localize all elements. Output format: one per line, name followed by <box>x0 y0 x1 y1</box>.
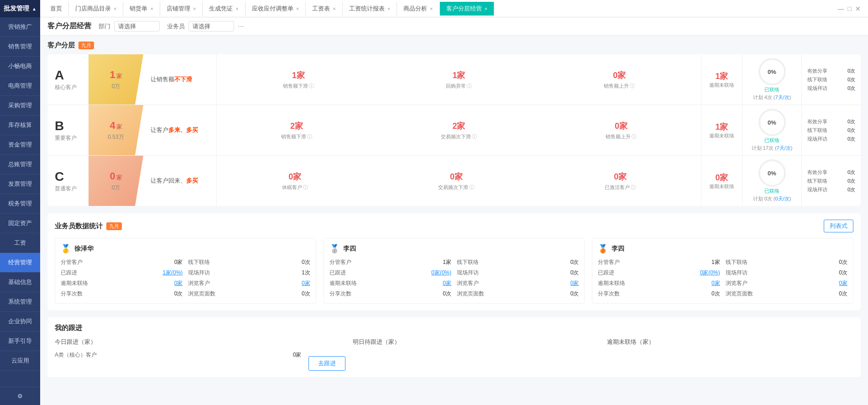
tab-close-voucher[interactable]: × <box>235 6 238 11</box>
tab-salary[interactable]: 工资表× <box>306 2 342 16</box>
tier-label-c: C 普通客户 <box>47 156 89 206</box>
sidebar-item-xinshou[interactable]: 新手引导 <box>0 331 40 351</box>
staff-select[interactable]: 请选择 <box>188 21 234 32</box>
tab-label-salary: 工资表 <box>312 5 330 13</box>
staff-stat-val-0-2[interactable]: 1家(0%) <box>162 269 183 277</box>
sidebar-item-zongzhang[interactable]: 总账管理 <box>0 155 40 174</box>
tier-stat-c-1: 0家 交易频次下滑 ⓘ <box>434 169 478 193</box>
staff-stat-right-0-0: 线下联络 0次 <box>188 258 310 266</box>
tab-home[interactable]: 首页 <box>44 2 69 16</box>
plan-link-a[interactable]: 7天/次 <box>775 95 790 100</box>
info-icon[interactable]: ⓘ <box>632 133 637 140</box>
tab-close-goods[interactable]: × <box>430 6 433 11</box>
staff-stat-val-0-4[interactable]: 0家 <box>174 279 183 287</box>
info-icon[interactable]: ⓘ <box>631 184 636 191</box>
tab-store[interactable]: 店铺管理× <box>160 2 203 16</box>
side-stat-row-c-1: 线下联络 0次 <box>807 178 855 184</box>
tab-sales[interactable]: 销货单× <box>123 2 160 16</box>
sidebar-item-xitong[interactable]: 系统管理 <box>0 292 40 312</box>
tier-count-c: 0 家 0万 <box>89 156 143 206</box>
window-close-icon[interactable]: ✕ <box>855 5 861 12</box>
sidebar-item-shuiwu[interactable]: 税务管理 <box>0 194 40 214</box>
tab-close-salary_report[interactable]: × <box>387 6 390 11</box>
staff-stats-grid-0: 分管客户 0家 线下联络 0次 已跟进 1家(0%) 现场拜访 1次 逾期未联络 <box>61 258 310 298</box>
plan-link-c[interactable]: 0天/次 <box>775 196 790 201</box>
list-view-button[interactable]: 列表式 <box>824 220 853 232</box>
sidebar-item-yun[interactable]: 云应用 <box>0 351 40 371</box>
staff-stat-val-2-2[interactable]: 0家(0%) <box>700 269 720 277</box>
window-minimize-icon[interactable]: — <box>838 5 844 12</box>
info-icon[interactable]: ⓘ <box>467 83 472 89</box>
staff-section-title: 业务员数据统计 <box>55 222 103 231</box>
sidebar-item-fapiao[interactable]: 发票管理 <box>0 174 40 194</box>
staff-stat-val-2-5[interactable]: 0家 <box>839 279 847 287</box>
suggestion-highlight: 不下滑 <box>174 75 192 84</box>
filter-more-icon[interactable]: ··· <box>238 22 244 31</box>
tab-receivable[interactable]: 应收应付调整单× <box>246 2 306 16</box>
sidebar-item-yingxiao[interactable]: 营销推广 <box>0 17 40 37</box>
tier-stat-num-c-2: 0家 <box>614 171 627 182</box>
plan-link-b[interactable]: 7天/次 <box>777 145 791 151</box>
tab-label-customer: 客户分层经营 <box>446 5 482 13</box>
sidebar-item-dianshang[interactable]: 电商管理 <box>0 76 40 96</box>
tab-close-store[interactable]: × <box>193 6 196 11</box>
staff-stat-val-1-5[interactable]: 0家 <box>570 279 579 287</box>
tab-label-salary_report: 工资统计报表 <box>349 5 385 13</box>
tier-stat-num-a-2: 0家 <box>613 70 626 81</box>
side-stat-val-b-0: 0次 <box>847 118 855 125</box>
info-icon[interactable]: ⓘ <box>472 133 477 140</box>
staff-name-row-1: 🥈 李四 <box>329 244 579 254</box>
sidebar-top[interactable]: 批发管理 ▲ <box>0 0 40 17</box>
side-stat-row-a-2: 现场拜访 0次 <box>807 85 855 92</box>
info-icon[interactable]: ⓘ <box>303 184 308 191</box>
sidebar-item-qiye[interactable]: 企业协同 <box>0 312 40 331</box>
sidebar-settings[interactable]: ⚙ <box>0 387 40 405</box>
staff-stat-val-2-4[interactable]: 0家 <box>711 279 720 287</box>
dept-select[interactable]: 请选择 <box>114 21 160 32</box>
tab-voucher[interactable]: 生成凭证× <box>203 2 245 16</box>
staff-stat-left-0-0: 分管客户 0家 <box>61 258 183 266</box>
sidebar-item-jingying[interactable]: 经营管理 <box>0 253 40 273</box>
staff-stat-right-1-0: 线下联络 0次 <box>457 258 579 266</box>
tab-customer[interactable]: 客户分层经营× <box>440 2 494 16</box>
sidebar-item-kucun[interactable]: 库存核算 <box>0 116 40 135</box>
staff-stat-val-0-5[interactable]: 0家 <box>302 279 310 287</box>
side-stat-row-a-1: 线下联络 0次 <box>807 76 855 83</box>
sidebar-item-caigou[interactable]: 采购管理 <box>0 96 40 116</box>
tab-close-product[interactable]: × <box>114 6 116 11</box>
tab-close-salary[interactable]: × <box>333 6 335 11</box>
sidebar-item-jichu[interactable]: 基础信息 <box>0 273 40 292</box>
staff-stat-left-0-4: 逾期未联络 0家 <box>61 279 183 287</box>
tab-close-receivable[interactable]: × <box>296 6 299 11</box>
suggestion-highlight: 多来、多买 <box>168 126 198 134</box>
sidebar-item-gongzi[interactable]: 工资 <box>0 233 40 253</box>
tab-salary_report[interactable]: 工资统计报表× <box>343 2 397 16</box>
side-stat-row-a-0: 有效分享 0次 <box>807 68 855 74</box>
tab-close-sales[interactable]: × <box>150 6 153 11</box>
goto-followup-button[interactable]: 去跟进 <box>309 356 345 371</box>
side-stat-label-b-1: 线下联络 <box>807 127 827 134</box>
info-icon[interactable]: ⓘ <box>309 83 314 89</box>
tab-goods[interactable]: 商品分析× <box>397 2 439 16</box>
info-icon[interactable]: ⓘ <box>630 83 635 89</box>
sidebar-item-gudingzichan[interactable]: 固定资产 <box>0 214 40 233</box>
tier-contact-label-a: 逾期未联络 <box>709 82 734 89</box>
tier-stat-label-b-1: 交易频次下滑 ⓘ <box>441 133 477 140</box>
info-icon[interactable]: ⓘ <box>307 133 312 140</box>
info-icon[interactable]: ⓘ <box>469 184 474 191</box>
tab-close-customer[interactable]: × <box>485 6 487 11</box>
tier-stat-num-c-0: 0家 <box>288 171 301 182</box>
tier-stat-b-0: 2家 销售额下滑 ⓘ <box>277 119 316 142</box>
sidebar-item-xiaoshou[interactable]: 销售管理 <box>0 37 40 57</box>
staff-stat-val-1-4[interactable]: 0家 <box>443 279 451 287</box>
staff-stat-label-1-7: 浏览页面数 <box>457 290 484 298</box>
circle-pct-c: 0% <box>768 170 776 177</box>
tier-stats-c: 0家 休眠客户 ⓘ 0家 交易频次下滑 ⓘ 0家 <box>216 156 701 206</box>
tab-product[interactable]: 门店商品目录× <box>69 2 123 16</box>
tier-circle-b: 0% 已联络 计划 17次 (7天/次) <box>742 105 801 155</box>
sidebar-collapse-icon[interactable]: ▲ <box>32 6 37 11</box>
sidebar-item-xiaodian[interactable]: 小畅电商 <box>0 57 40 76</box>
window-maximize-icon[interactable]: □ <box>848 5 852 12</box>
staff-stat-val-1-2[interactable]: 0家(0%) <box>431 269 451 277</box>
sidebar-item-zijin[interactable]: 资金管理 <box>0 135 40 155</box>
